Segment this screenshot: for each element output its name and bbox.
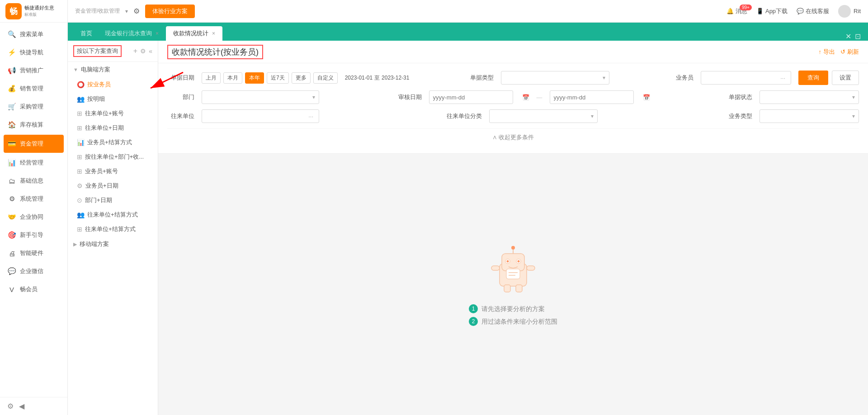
message-button[interactable]: 🔔 消息 99+ (726, 7, 747, 15)
online-service-button[interactable]: 💬 在线客服 (797, 7, 829, 15)
sidebar-item-system[interactable]: ⚙ 系统管理 (0, 190, 67, 208)
sidebar-item-label: 企业协同 (20, 213, 43, 221)
sidebar-item-label: 经营管理 (20, 159, 43, 167)
sidebar-item-finance[interactable]: 💳 资金管理 (4, 135, 64, 153)
audit-date-end-input[interactable] (550, 90, 634, 104)
member-icon: V (7, 285, 16, 294)
svg-rect-12 (506, 269, 520, 279)
filter-row-2: 部门 ▾ 审核日期 📅 — 📅 单据状态 (167, 90, 859, 104)
biz-type-select[interactable]: ▾ (760, 109, 859, 123)
sidebar-item-hardware[interactable]: 🖨 智能硬件 (0, 244, 67, 262)
dept-select[interactable]: ▾ (202, 90, 319, 104)
sidebar-item-wechat[interactable]: 💬 企业微信 (0, 262, 67, 280)
sidebar-item-basic[interactable]: 🗂 基础信息 (0, 172, 67, 190)
sidebar-settings-icon[interactable]: ⚙ (7, 402, 14, 410)
guide-icon: 🎯 (7, 231, 16, 240)
message-badge: 99+ (740, 5, 752, 10)
date-this-year-btn[interactable]: 本年 (245, 72, 264, 84)
breadcrumb-dropdown-icon[interactable]: ▾ (125, 8, 128, 14)
tab-close-window-icon[interactable]: ✕ (845, 32, 851, 41)
tab-home[interactable]: 首页 (75, 26, 98, 41)
sidebar-item-label: 搜索菜单 (20, 30, 43, 38)
tree-item-unit-dept[interactable]: ⊞ 按往来单位+部门+收... (68, 150, 158, 164)
tree-item-unit-settlement2[interactable]: ⊞ 往来单位+结算方式 (68, 222, 158, 236)
biz-type-label: 业务类型 (725, 112, 752, 120)
salesperson-more-icon[interactable]: ··· (780, 75, 785, 81)
add-scheme-icon[interactable]: + (133, 47, 137, 55)
audit-date-start-cal-icon[interactable]: 📅 (522, 94, 529, 101)
result-area: 1 请先选择要分析的方案 2 用过滤条件来缩小分析范围 (158, 154, 868, 415)
salesperson-field: ··· (701, 71, 791, 85)
svg-point-4 (507, 260, 509, 263)
sidebar-toggle-icon[interactable]: ◀ (19, 402, 24, 410)
tree-item-sales-settlement[interactable]: 📊 业务员+结算方式 (68, 135, 158, 150)
counterpart-cat-select[interactable]: ▾ (489, 109, 598, 123)
date-more-btn[interactable]: 更多 (292, 72, 311, 84)
tree-item-label: 往来单位+账号 (85, 109, 124, 118)
breadcrumb: 资金管理/收款管理 (75, 7, 120, 15)
right-panel: 收款情况统计(按业务员) ↑ 导出 ↺ 刷新 单据日期 (158, 41, 868, 415)
export-button[interactable]: ↑ 导出 (819, 48, 835, 56)
app-icon: 📱 (756, 8, 764, 14)
sidebar-item-company[interactable]: 🤝 企业协同 (0, 208, 67, 226)
tree-item-dept-date[interactable]: ⊙ 部门+日期 (68, 193, 158, 208)
date-last-month-btn[interactable]: 上月 (202, 72, 221, 84)
tree-item-unit-date[interactable]: ⊞ 往来单位+日期 (68, 121, 158, 135)
tab-bank-close-icon[interactable]: × (156, 30, 159, 37)
tree-item-sales-date[interactable]: ⚙ 业务员+日期 (68, 179, 158, 193)
sidebar-item-marketing[interactable]: 📢 营销推广 (0, 61, 67, 80)
tab-receipt-close-icon[interactable]: × (212, 30, 215, 37)
sidebar-item-inventory[interactable]: 🏠 库存核算 (0, 116, 67, 134)
doc-status-select[interactable]: ▾ (760, 90, 859, 104)
sidebar-item-search[interactable]: 🔍 搜索菜单 (0, 25, 67, 43)
user-area[interactable]: Rit (838, 5, 861, 18)
tab-maximize-icon[interactable]: ⊡ (855, 32, 861, 41)
tree-item-detail[interactable]: 👥 按明细 (68, 92, 158, 106)
date-7days-btn[interactable]: 近7天 (267, 72, 289, 84)
desktop-section-title[interactable]: ▼ 电脑端方案 (68, 62, 158, 77)
date-this-month-btn[interactable]: 本月 (223, 72, 242, 84)
tree-item-salesperson[interactable]: ⭕ 按业务员 (68, 77, 158, 92)
refresh-icon: ↺ (840, 48, 845, 55)
app-download-button[interactable]: 📱 App下载 (756, 7, 788, 15)
date-custom-btn[interactable]: 自定义 (313, 72, 338, 84)
header-settings-icon[interactable]: ⚙ (133, 7, 140, 15)
collapse-more-button[interactable]: ∧ 收起更多条件 (167, 128, 859, 146)
query-button[interactable]: 查询 (798, 71, 828, 85)
sidebar-item-purchase[interactable]: 🛒 采购管理 (0, 98, 67, 116)
tree-item-label: 业务员+日期 (85, 182, 118, 190)
refresh-button[interactable]: ↺ 刷新 (840, 48, 859, 56)
dept-label: 部门 (167, 93, 194, 101)
scheme-settings-icon[interactable]: ⚙ (140, 47, 146, 55)
audit-date-start-input[interactable] (429, 90, 513, 104)
sidebar-item-operation[interactable]: 📊 经营管理 (0, 154, 67, 172)
audit-date-end-cal-icon[interactable]: 📅 (643, 94, 650, 101)
tab-receipt[interactable]: 收款情况统计 × (166, 26, 222, 41)
collapse-panel-icon[interactable]: « (149, 47, 152, 55)
doc-type-select[interactable]: ▾ (501, 71, 609, 85)
basic-icon: 🗂 (7, 176, 16, 185)
date-label: 单据日期 (167, 74, 194, 82)
avatar (838, 5, 851, 18)
filter-row-1: 单据日期 上月 本月 本年 近7天 更多 自定义 2023-01-01 至 20… (167, 71, 859, 85)
tree-item-sales-account[interactable]: ⊞ 业务员+账号 (68, 164, 158, 179)
counterpart-select[interactable]: ··· (202, 109, 319, 123)
sidebar-item-member[interactable]: V 畅会员 (0, 280, 67, 298)
sidebar-item-shortcut[interactable]: ⚡ 快捷导航 (0, 43, 67, 61)
salesperson-select[interactable]: ··· (701, 71, 791, 85)
sidebar-item-guide[interactable]: 🎯 新手引导 (0, 226, 67, 244)
filter-settings-button[interactable]: 设置 (832, 71, 859, 85)
trial-button[interactable]: 体验行业方案 (145, 5, 195, 18)
top-header: 资金管理/收款管理 ▾ ⚙ 体验行业方案 🔔 消息 99+ 📱 App下载 💬 … (68, 0, 868, 23)
mobile-section[interactable]: ▶ 移动端方案 (68, 236, 158, 252)
tree-item-unit-account[interactable]: ⊞ 往来单位+账号 (68, 106, 158, 121)
user-name: Rit (854, 8, 861, 14)
date-btn-group: 上月 本月 本年 近7天 更多 自定义 (202, 72, 338, 84)
logo: 畅 畅捷通好生意 标准版 (0, 0, 67, 23)
tree-item-unit-settlement1[interactable]: 👥 往来单位+结算方式 (68, 208, 158, 222)
tab-bank[interactable]: 现金银行流水查询 × (98, 26, 166, 41)
counterpart-more-icon[interactable]: ··· (308, 113, 313, 120)
sidebar-item-sales[interactable]: 💰 销售管理 (0, 80, 67, 98)
doc-type-dropdown-icon: ▾ (603, 75, 605, 81)
left-panel: 按以下方案查询 + ⚙ « ▼ 电脑端方案 ⭕ 按业务员 👥 按明细 ⊞ (68, 41, 158, 415)
